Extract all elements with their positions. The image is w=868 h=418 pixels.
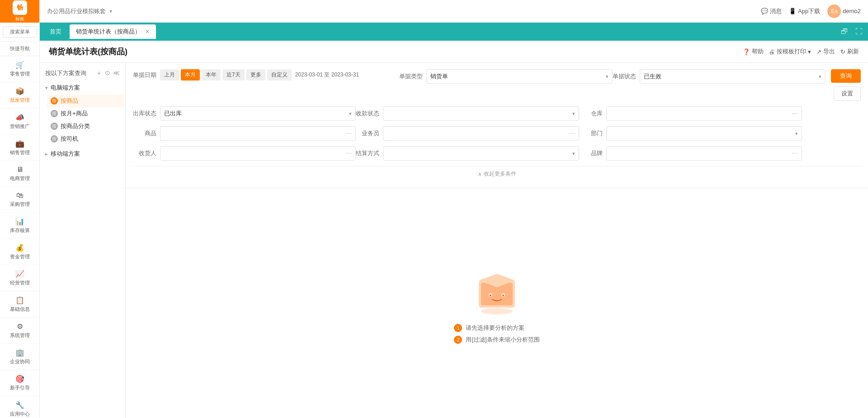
tab-home[interactable]: 首页 [43, 24, 68, 39]
salesperson-control[interactable]: ··· [383, 126, 579, 141]
marketing-label: 营销推广 [10, 123, 30, 130]
tree-mobile: ▸ 移动端方案 [40, 147, 125, 161]
date-btn-this-year[interactable]: 本年 [202, 69, 221, 81]
tree-child-by-printer[interactable]: 按 按司机 [47, 133, 125, 145]
receiver-dots[interactable]: ··· [346, 149, 352, 157]
warehouse-field: 仓库 ··· [579, 106, 802, 121]
date-btn-custom[interactable]: 自定义 [267, 69, 292, 81]
page-area: 销货单统计表(按商品) ❓ 帮助 🖨 按模板打印 ▾ ↗ 导出 ↻ 刷新 [40, 41, 868, 418]
out-status-control[interactable]: 已出库 ▾ [160, 106, 356, 121]
tab-bar-actions: 🗗 ⛶ [839, 26, 864, 38]
help-icon: ❓ [743, 48, 750, 55]
sidebar-item-inventory[interactable]: 📊 库存核算 [0, 213, 39, 239]
tree-child-by-month-goods[interactable]: 按 按月+商品 [47, 107, 125, 120]
salesperson-field: 业务员 ··· [356, 126, 579, 141]
tree-item-pc[interactable]: ▾ 电脑端方案 [40, 81, 125, 95]
sidebar-item-guide[interactable]: 🎯 新手引导 [0, 370, 39, 396]
filter-row-4: 收货人 ··· 结算方式 ▾ [133, 146, 861, 161]
tree-item-mobile[interactable]: ▸ 移动端方案 [40, 147, 125, 161]
sidebar-item-apps[interactable]: 🔧 应用中心 [0, 396, 39, 418]
empty-svg [470, 262, 524, 317]
date-filter-controls: 上月 本月 本年 近7天 更多 自定义 2023-03-01 至 2023-03… [160, 69, 399, 81]
brand-label: 品牌 [579, 149, 606, 157]
sidebar-item-wholesale[interactable]: 📦 批发管理 [0, 82, 39, 109]
by-printer-label: 按司机 [61, 135, 78, 143]
print-icon: 🖨 [769, 48, 775, 55]
tab-restore-button[interactable]: 🗗 [839, 26, 850, 38]
tree-child-by-goods[interactable]: 按 按商品 [47, 95, 125, 107]
goods-field: 商品 ··· [133, 126, 356, 141]
add-scheme-icon[interactable]: ＋ [96, 69, 102, 77]
ecommerce-icon: 🖥 [16, 166, 24, 174]
empty-text-block: 1 请先选择要分析的方案 2 用[过滤]条件来缩小分析范围 [454, 324, 539, 344]
doc-type-filter-field: 单据类型 销货单 ▾ [399, 69, 612, 84]
sales-label: 销售管理 [10, 149, 30, 156]
workspace-arrow[interactable]: ▾ [109, 8, 112, 14]
doc-status-value: 已生效 [644, 72, 817, 81]
sidebar-item-marketing[interactable]: 📣 营销推广 [0, 109, 39, 135]
date-btn-last-7-days[interactable]: 近7天 [222, 69, 245, 81]
quick-nav[interactable]: 快捷导航 [0, 42, 39, 56]
svg-point-7 [481, 308, 513, 314]
collapse-panel-icon[interactable]: ≪ [113, 69, 120, 77]
workspace-name: 办公用品行业模拟账套 [47, 7, 106, 15]
user-action[interactable]: Ea demo2 [827, 5, 861, 18]
settings-button[interactable]: 设置 [834, 86, 861, 101]
brand-dots[interactable]: ··· [792, 149, 798, 157]
target-icon[interactable]: ⊙ [105, 69, 110, 77]
tab-fullscreen-button[interactable]: ⛶ [854, 26, 864, 38]
refresh-action[interactable]: ↻ 刷新 [840, 48, 859, 56]
sidebar-item-enterprise[interactable]: 🏢 企业协同 [0, 344, 39, 370]
marketing-icon: 📣 [15, 113, 24, 122]
sidebar-item-finance[interactable]: 💰 资金管理 [0, 239, 39, 265]
tab-sales-stat[interactable]: 销货单统计表（按商品） ✕ [70, 24, 156, 39]
app-download-action[interactable]: 📱 App下载 [789, 7, 820, 15]
sidebar-item-retail[interactable]: 🛒 零售管理 [0, 56, 39, 82]
sidebar-item-ecommerce[interactable]: 🖥 电商管理 [0, 161, 39, 187]
message-action[interactable]: 💬 消息 [761, 7, 782, 15]
help-label: 帮助 [752, 48, 764, 56]
page-header: 销货单统计表(按商品) ❓ 帮助 🖨 按模板打印 ▾ ↗ 导出 ↻ 刷新 [40, 41, 868, 63]
sidebar-item-base[interactable]: 📋 基础信息 [0, 291, 39, 318]
svg-point-5 [490, 294, 491, 296]
salesperson-dots[interactable]: ··· [569, 129, 575, 138]
doc-status-control[interactable]: 已生效 ▾ [640, 69, 826, 84]
date-btn-this-month[interactable]: 本月 [181, 69, 200, 81]
logo[interactable]: 畅 标账 [0, 0, 39, 23]
tree-child-by-goods-cat[interactable]: 按 按商品分类 [47, 120, 125, 133]
dept-control[interactable]: ▾ [606, 126, 802, 141]
sidebar-item-system[interactable]: ⚙ 系统管理 [0, 318, 39, 344]
sidebar-item-operations[interactable]: 📈 经营管理 [0, 265, 39, 291]
brand-control[interactable]: ··· [606, 146, 802, 161]
tab-close-icon[interactable]: ✕ [145, 28, 150, 35]
payment-method-control[interactable]: ▾ [383, 146, 579, 161]
export-action[interactable]: ↗ 导出 [816, 48, 835, 56]
filter-row-3: 商品 ··· 业务员 ··· [133, 126, 861, 141]
date-label: 单据日期 [133, 71, 160, 79]
date-btn-last-month[interactable]: 上月 [160, 69, 179, 81]
salesperson-label: 业务员 [356, 129, 383, 138]
goods-dots[interactable]: ··· [346, 129, 352, 138]
warehouse-control[interactable]: ··· [606, 106, 802, 121]
help-action[interactable]: ❓ 帮助 [743, 48, 764, 56]
goods-control[interactable]: ··· [160, 126, 356, 141]
page-title: 销货单统计表(按商品) [49, 46, 127, 62]
receiver-control[interactable]: ··· [160, 146, 356, 161]
doc-status-label: 单据状态 [613, 72, 640, 81]
collapse-bar[interactable]: ∧ 收起更多条件 [133, 166, 861, 181]
payment-method-label: 结算方式 [356, 149, 383, 157]
query-button[interactable]: 查询 [831, 69, 861, 83]
search-button[interactable]: 搜索菜单 [3, 26, 37, 38]
sidebar-item-purchase[interactable]: 🛍 采购管理 [0, 187, 39, 213]
empty-num-2: 2 [454, 336, 462, 344]
payment-method-arrow: ▾ [572, 151, 575, 157]
warehouse-dots[interactable]: ··· [792, 109, 798, 118]
doc-type-control[interactable]: 销货单 ▾ [426, 69, 612, 84]
print-action[interactable]: 🖨 按模板打印 ▾ [769, 48, 811, 56]
doc-status-filter-field: 单据状态 已生效 ▾ [613, 69, 826, 84]
sidebar-search[interactable]: 搜索菜单 [0, 23, 39, 42]
date-btn-more[interactable]: 更多 [246, 69, 265, 81]
user-name: demo2 [843, 8, 861, 14]
payment-status-control[interactable]: ▾ [383, 106, 579, 121]
sidebar-item-sales[interactable]: 💼 销售管理 [0, 135, 39, 161]
